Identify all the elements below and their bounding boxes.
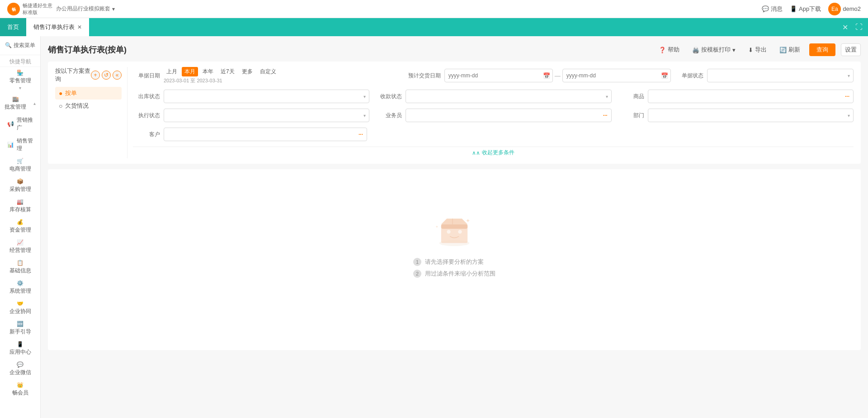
expected-date-label: 预计交货日期: [405, 72, 441, 80]
settings-button[interactable]: 设置: [841, 43, 861, 56]
filter-row-1: 单据日期 上月 本月 本年 近7天 更多: [133, 67, 854, 84]
sidebar-item-basic-info[interactable]: 📋 基础信息: [0, 257, 40, 277]
sidebar-item-ecommerce[interactable]: 🛒 电商管理: [0, 155, 40, 176]
filter-expected-date-field: 预计交货日期 📅 — 📅: [405, 69, 671, 82]
refresh-scheme-button[interactable]: ↺: [102, 71, 111, 80]
date-label: 单据日期: [133, 72, 160, 80]
collab-icon: 🤝: [17, 300, 24, 307]
date-separator: —: [555, 72, 561, 79]
finance-icon: 💰: [17, 219, 24, 225]
filter-date-field: 单据日期 上月 本月 本年 近7天 更多: [133, 67, 399, 84]
scheme-active-icon: ●: [59, 90, 62, 97]
delivery-select[interactable]: [164, 90, 369, 103]
export-button[interactable]: ⬇ 导出: [745, 44, 770, 56]
sidebar-item-purchase[interactable]: 📦 采购管理: [0, 176, 40, 196]
wholesale-icon: 🏬: [12, 96, 19, 102]
main-layout: 🔍 搜索菜单 快捷导航 🏪 零售管理 ▾ 🏬 批发管理 ▴ 📢 营销推广 📊: [0, 36, 868, 418]
order-status-label: 单据状态: [676, 72, 703, 80]
sidebar-item-finance[interactable]: 💰 资金管理: [0, 216, 40, 237]
expected-date-range: 📅 — 📅: [444, 69, 671, 82]
sidebar-item-app-center[interactable]: 📱 应用中心: [0, 338, 40, 359]
payment-label: 收款状态: [375, 93, 402, 100]
wechat-icon: 💬: [17, 361, 24, 368]
add-scheme-button[interactable]: +: [91, 71, 100, 80]
filter-row-4: 客户 ···: [133, 128, 854, 141]
dept-select[interactable]: [648, 109, 854, 122]
expected-date-from-input[interactable]: [444, 69, 553, 82]
customer-label: 客户: [133, 131, 160, 138]
svg-rect-4: [441, 224, 467, 229]
scheme-item-by-order[interactable]: ● 按单: [55, 87, 122, 100]
nav-arrow-icon: ▾: [112, 6, 115, 12]
sidebar-item-sales[interactable]: 📊 销售管理: [0, 134, 40, 155]
help-button[interactable]: ❓ 帮助: [655, 44, 683, 56]
quick-date-last-month[interactable]: 上月: [164, 67, 180, 76]
order-status-select[interactable]: [707, 69, 854, 82]
goods-select-button[interactable]: ···: [648, 90, 854, 103]
template-print-button[interactable]: 🖨️ 按模板打印 ▾: [689, 44, 739, 56]
sidebar-item-inventory[interactable]: 🏭 库存核算: [0, 196, 40, 216]
order-status-select-wrap: ▾: [707, 69, 854, 82]
collapse-scheme-button[interactable]: «: [113, 71, 122, 80]
filter-panel: 按以下方案查询 + ↺ «: [48, 62, 861, 164]
sidebar-item-marketing[interactable]: 📢 营销推广: [0, 114, 40, 134]
print-icon: 🖨️: [692, 47, 699, 53]
filter-scheme-sidebar: 按以下方案查询 + ↺ «: [55, 67, 127, 158]
tab-sales-order[interactable]: 销售订单执行表 ✕: [26, 18, 89, 36]
tab-home[interactable]: 首页: [0, 18, 26, 36]
tab-maximize-icon[interactable]: ⛶: [854, 21, 864, 33]
filter-payment-field: 收款状态 ▾: [375, 90, 611, 103]
svg-point-6: [458, 230, 462, 233]
scheme-item-shortage[interactable]: ○ 欠货情况: [55, 100, 122, 112]
empty-hint-1: 1 请先选择要分析的方案: [413, 258, 495, 266]
retail-expand-icon: ▾: [19, 86, 21, 90]
sidebar-item-member[interactable]: 👑 畅会员: [0, 379, 40, 399]
app-download-icon: 📱: [790, 5, 797, 12]
exec-select-wrap: ▾: [164, 109, 369, 122]
sales-icon: 📊: [7, 142, 14, 148]
sidebar-item-system[interactable]: ⚙️ 系统管理: [0, 277, 40, 298]
empty-hints: 1 请先选择要分析的方案 2 用过滤条件来缩小分析范围: [413, 258, 495, 278]
quick-date-7days[interactable]: 近7天: [218, 67, 237, 76]
query-button[interactable]: 查询: [809, 43, 835, 56]
ecommerce-icon: 🛒: [17, 158, 24, 164]
app-download-button[interactable]: 📱 App下载: [790, 5, 821, 13]
tab-close-icon[interactable]: ✕: [77, 24, 82, 30]
tab-close-window-icon[interactable]: ✕: [840, 21, 850, 33]
quick-date-this-year[interactable]: 本年: [200, 67, 216, 76]
payment-select[interactable]: [406, 90, 611, 103]
exec-select[interactable]: [164, 109, 369, 122]
sidebar-item-new-guide[interactable]: 🆕 新手引导: [0, 318, 40, 338]
search-menu-button[interactable]: 🔍 搜索菜单: [4, 40, 37, 51]
expected-date-to-input[interactable]: [562, 69, 671, 82]
help-icon: ❓: [659, 47, 666, 53]
nav-path[interactable]: 办公用品行业模拟账套 ▾: [56, 5, 115, 13]
user-profile[interactable]: Ea demo2: [828, 3, 861, 15]
expected-date-from-wrap: 📅: [444, 69, 553, 82]
hint-num-1: 1: [413, 258, 421, 266]
basic-info-icon: 📋: [17, 260, 24, 266]
filter-exec-field: 执行状态 ▾: [133, 109, 369, 122]
refresh-button[interactable]: 🔄 刷新: [776, 44, 804, 56]
collapse-bar[interactable]: ∧∧ 收起更多条件: [133, 147, 854, 158]
message-button[interactable]: 💬 消息: [762, 5, 783, 13]
date-range-display: 2023-03-01 至 2023-03-31: [164, 77, 399, 84]
sidebar-item-enterprise-collab[interactable]: 🤝 企业协同: [0, 298, 40, 318]
quick-date-custom[interactable]: 自定义: [257, 67, 279, 76]
logo-icon: 畅: [7, 3, 20, 15]
sidebar-item-operations[interactable]: 📈 经营管理: [0, 237, 40, 257]
quick-date-this-month[interactable]: 本月: [182, 67, 198, 76]
scheme-inactive-icon: ○: [59, 102, 62, 109]
sidebar-item-enterprise-wechat[interactable]: 💬 企业微信: [0, 359, 40, 379]
sidebar-item-wholesale[interactable]: 🏬 批发管理 ▴: [0, 93, 40, 114]
purchase-icon: 📦: [17, 178, 24, 185]
message-icon: 💬: [762, 5, 769, 12]
filter-layout: 按以下方案查询 + ↺ «: [55, 67, 854, 158]
customer-select-button[interactable]: ···: [164, 128, 367, 141]
sidebar-item-retail[interactable]: 🏪 零售管理 ▾: [0, 67, 40, 93]
page-actions: ❓ 帮助 🖨️ 按模板打印 ▾ ⬇ 导出 🔄 刷新: [655, 43, 861, 56]
salesperson-select-button[interactable]: ···: [406, 109, 611, 122]
quick-date-more[interactable]: 更多: [239, 67, 255, 76]
page-title: 销售订单执行表(按单): [48, 44, 127, 55]
operations-icon: 📈: [17, 239, 24, 246]
